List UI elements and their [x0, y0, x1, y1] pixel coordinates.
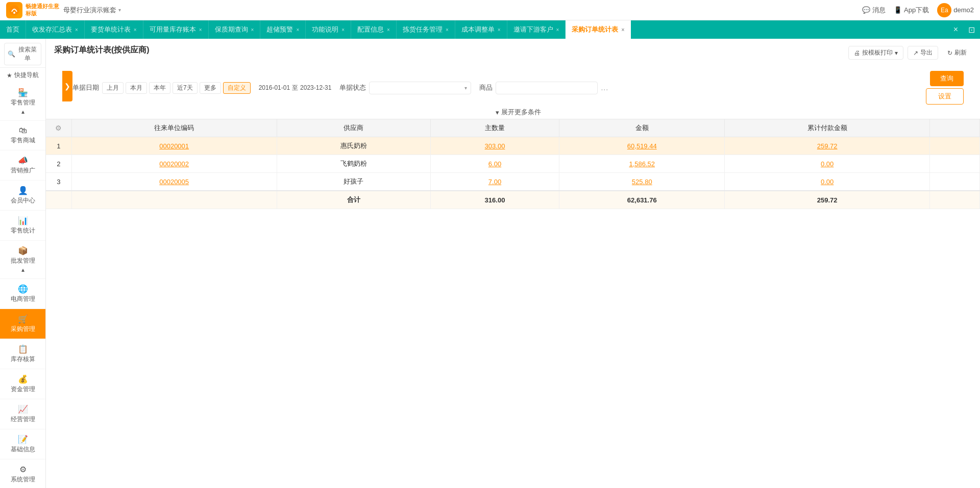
tab-label: 配置信息 [357, 25, 384, 34]
sidebar-item-retail-manage[interactable]: 🏪 零售管理 ▴ [0, 83, 45, 121]
paid-link[interactable]: 259.72 [817, 142, 838, 150]
close-icon[interactable]: × [251, 27, 254, 33]
refresh-button[interactable]: ↻ 刷新 [942, 46, 972, 59]
close-icon[interactable]: × [296, 27, 299, 33]
sidebar-item-inventory[interactable]: 📋 库存核算 [0, 339, 45, 369]
close-icon[interactable]: × [498, 27, 501, 33]
tab-collect-summary[interactable]: 收发存汇总表 × [26, 20, 85, 39]
close-icon[interactable]: × [621, 27, 624, 33]
sidebar-item-system[interactable]: ⚙ 系统管理 [0, 459, 45, 488]
settings-button[interactable]: 设置 [926, 88, 964, 105]
code-link[interactable]: 00020005 [159, 178, 189, 186]
app-download-action[interactable]: 📱 App下载 [894, 6, 929, 15]
sidebar-item-ecommerce[interactable]: 🌐 电商管理 [0, 279, 45, 309]
date-to-value: 2023-12-31 [300, 84, 331, 91]
close-icon[interactable]: × [75, 27, 78, 33]
code-link[interactable]: 00020001 [159, 142, 189, 150]
status-label: 单据状态 [339, 83, 366, 92]
close-icon[interactable]: × [556, 27, 559, 33]
close-icon[interactable]: × [341, 27, 345, 33]
filter-collapse-area: ❯ [62, 71, 72, 101]
ecommerce-icon: 🌐 [18, 284, 28, 294]
expand-more-button[interactable]: ▾ 展开更多条件 [496, 108, 541, 117]
nav-tabs: 首页 收发存汇总表 × 要货单统计表 × 可用量库存账本 × 保质期查询 × 超… [0, 20, 980, 39]
sidebar-item-operation[interactable]: 📈 经营管理 [0, 399, 45, 429]
tab-purchase-order-stats[interactable]: 采购订单统计表 × [566, 20, 631, 39]
footer-empty2 [71, 191, 277, 209]
column-settings-icon[interactable]: ⚙ [55, 124, 62, 132]
operation-icon: 📈 [18, 404, 28, 414]
print-arrow-icon: ▾ [895, 49, 898, 57]
date-btn-this-month[interactable]: 本月 [126, 82, 147, 94]
sidebar-item-retail-stats[interactable]: 📊 零售统计 [0, 211, 45, 241]
sidebar-item-retail-shop[interactable]: 🛍 零售商城 [0, 121, 45, 150]
tab-home-label: 首页 [6, 25, 19, 34]
date-btn-custom[interactable]: 自定义 [223, 82, 251, 94]
table-row: 1 00020001 惠氏奶粉 303.00 60,519.44 259.72 [46, 137, 980, 155]
amount-link[interactable]: 60,519.44 [627, 142, 657, 150]
tab-config-info[interactable]: 配置信息 × [351, 20, 397, 39]
tab-function-desc[interactable]: 功能说明 × [306, 20, 351, 39]
cell-qty: 7.00 [430, 173, 559, 191]
close-icon[interactable]: × [134, 27, 137, 33]
retail-shop-icon: 🛍 [19, 126, 27, 135]
member-icon: 👤 [18, 186, 28, 195]
filter-collapse-button[interactable]: ❯ [62, 71, 72, 101]
product-field-group: 商品 ... [479, 82, 608, 94]
sidebar-item-member-center[interactable]: 👤 会员中心 [0, 181, 45, 211]
sidebar-item-basic-info[interactable]: 📝 基础信息 [0, 429, 45, 459]
amount-link[interactable]: 1,586.52 [629, 160, 655, 168]
message-action[interactable]: 💬 消息 [862, 6, 886, 15]
date-btn-last-month[interactable]: 上月 [102, 82, 124, 94]
status-select[interactable] [369, 82, 471, 94]
product-more-button[interactable]: ... [601, 84, 608, 92]
close-icon[interactable]: × [199, 27, 202, 33]
date-btn-more[interactable]: 更多 [200, 82, 221, 94]
qty-link[interactable]: 303.00 [485, 142, 505, 150]
search-menu-button[interactable]: 🔍 搜索菜单 [4, 43, 41, 65]
sidebar-item-purchase-manage[interactable]: 🛒 采购管理 [0, 309, 45, 339]
user-profile[interactable]: Ea demo2 [937, 3, 974, 17]
inventory-icon: 📋 [18, 344, 28, 354]
expand-more-area: ▾ 展开更多条件 [72, 108, 964, 117]
sidebar-item-marketing[interactable]: 📣 营销推广 [0, 150, 45, 181]
code-link[interactable]: 00020002 [159, 160, 189, 168]
query-button[interactable]: 查询 [930, 71, 964, 86]
paid-link[interactable]: 0.00 [821, 160, 834, 168]
close-icon[interactable]: × [446, 27, 449, 33]
table-container: ⚙ 往来单位编码 供应商 主数量 金额 累计付款金额 1 000200 [46, 119, 980, 488]
paid-link[interactable]: 0.00 [821, 178, 834, 186]
tab-invite-downstream[interactable]: 邀请下游客户 × [507, 20, 566, 39]
tab-expiry-query[interactable]: 保质期查询 × [209, 20, 261, 39]
filter-section: ❯ 单据日期 上月 本月 本年 近7天 更多 自定义 [54, 66, 972, 119]
tab-available-inventory[interactable]: 可用量库存账本 × [143, 20, 209, 39]
basic-info-icon: 📝 [18, 434, 28, 444]
minimize-tab-icon[interactable]: × [948, 25, 963, 34]
maximize-tab-icon[interactable]: ⊡ [963, 25, 980, 35]
quick-nav-button[interactable]: ★ 快捷导航 [0, 67, 45, 83]
export-button[interactable]: ↗ 导出 [908, 46, 938, 60]
workspace-selector[interactable]: 母婴行业演示账套 ▾ [63, 6, 121, 15]
sidebar-item-batch-manage[interactable]: 📦 批发管理 ▴ [0, 241, 45, 279]
tab-cost-adjust[interactable]: 成本调整单 × [455, 20, 507, 39]
date-btn-7days[interactable]: 近7天 [173, 82, 198, 94]
tab-label: 采购订单统计表 [572, 25, 618, 34]
product-input[interactable] [496, 82, 598, 94]
tab-label: 要货单统计表 [91, 25, 131, 34]
product-label: 商品 [479, 83, 493, 92]
qty-link[interactable]: 6.00 [488, 160, 501, 168]
tab-demand-stats[interactable]: 要货单统计表 × [85, 20, 143, 39]
tab-label: 邀请下游客户 [513, 25, 553, 34]
amount-link[interactable]: 525.80 [632, 178, 652, 186]
export-label: 导出 [920, 48, 933, 57]
tab-pick-task[interactable]: 拣货任务管理 × [397, 20, 455, 39]
close-icon[interactable]: × [387, 27, 390, 33]
qty-link[interactable]: 7.00 [488, 178, 501, 186]
date-btn-this-year[interactable]: 本年 [149, 82, 170, 94]
svg-point-1 [13, 12, 15, 14]
sidebar-item-capital[interactable]: 💰 资金管理 [0, 369, 45, 399]
tab-home[interactable]: 首页 [0, 20, 26, 39]
tab-overstock-warning[interactable]: 超储预警 × [260, 20, 306, 39]
cell-code: 00020001 [71, 137, 277, 155]
print-button[interactable]: 🖨 按模板打印 ▾ [848, 46, 903, 60]
